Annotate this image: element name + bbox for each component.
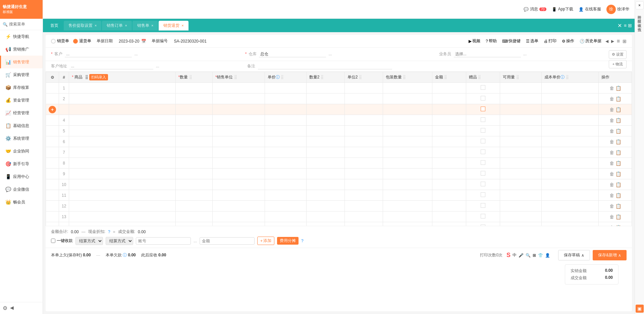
- list-view-icon[interactable]: ≡: [617, 38, 620, 44]
- copy-row[interactable]: 📋: [615, 214, 621, 219]
- prev-doc-icon[interactable]: ◀: [605, 39, 608, 44]
- row-amount-3[interactable]: [432, 104, 466, 115]
- copy-row[interactable]: 📋: [615, 171, 621, 177]
- row-product-2[interactable]: [69, 93, 175, 104]
- settlement-select[interactable]: 结算方式: [75, 237, 103, 245]
- logistics-button[interactable]: + 物流: [609, 60, 627, 68]
- radio-return-doc[interactable]: 退货单: [73, 38, 91, 44]
- copy-row[interactable]: 📋: [615, 203, 621, 209]
- row-amount-2[interactable]: [432, 93, 466, 104]
- sidebar-item-operations[interactable]: 📈 经营管理: [0, 107, 43, 119]
- delete-row[interactable]: 🗑: [609, 214, 614, 219]
- scan-button[interactable]: 扫码录入: [89, 74, 108, 80]
- topbar-user[interactable]: 徐 徐泽华: [606, 5, 629, 14]
- sidebar-item-inventory[interactable]: 📦 库存核算: [0, 81, 43, 94]
- tab-home[interactable]: 首页: [46, 21, 63, 30]
- row-available-1[interactable]: [500, 83, 542, 93]
- row-amount-1[interactable]: [432, 83, 466, 93]
- row-packqty-2[interactable]: [383, 93, 432, 104]
- sidebar-item-purchase[interactable]: 🛒 采购管理: [0, 68, 43, 81]
- settings-icon[interactable]: ⚙: [3, 305, 7, 311]
- sidebar-search[interactable]: 🔍 搜索菜单: [0, 19, 43, 30]
- sidebar-item-system[interactable]: ⚙️ 系统管理: [0, 132, 43, 145]
- row-add-btn[interactable]: +: [46, 104, 59, 115]
- bottom-icon-shirt[interactable]: 👕: [538, 253, 543, 258]
- row-qty2-2[interactable]: [306, 93, 344, 104]
- topbar-online-service[interactable]: 👤 在线客服: [579, 6, 601, 12]
- calendar-icon[interactable]: 📅: [141, 39, 146, 44]
- product-input-3[interactable]: [72, 107, 172, 112]
- fee-button[interactable]: 费用分摊: [277, 237, 299, 245]
- add-row-button[interactable]: +: [49, 106, 56, 113]
- row-product-1[interactable]: [69, 83, 175, 93]
- close-all-tabs[interactable]: ✕: [618, 22, 622, 29]
- sidebar-item-sales[interactable]: 📊 销售管理: [0, 56, 43, 68]
- right-panel-orange-btn[interactable]: ▣: [636, 305, 644, 313]
- customer-input[interactable]: [65, 51, 132, 57]
- delete-row[interactable]: 🗑: [609, 128, 614, 134]
- row-cost-1[interactable]: [542, 83, 599, 93]
- one-click-input[interactable]: [51, 239, 55, 243]
- copy-row[interactable]: 📋: [615, 118, 621, 123]
- toolbar-select[interactable]: ☰ 选单: [525, 38, 540, 45]
- copy-row[interactable]: 📋: [615, 128, 621, 134]
- setting-button[interactable]: ⚙ 设置: [609, 50, 627, 59]
- toolbar-history[interactable]: 🕐 历史单据: [578, 38, 603, 45]
- warehouse-dots[interactable]: ...: [328, 52, 332, 56]
- row-price-1[interactable]: [265, 83, 306, 93]
- delete-row[interactable]: 🗑: [609, 150, 614, 155]
- delete-row[interactable]: 🗑: [609, 182, 614, 187]
- bottom-icon-search[interactable]: 🔍: [526, 253, 531, 258]
- sidebar-item-marketing[interactable]: 📢 营销推广: [0, 43, 43, 56]
- delete-row[interactable]: 🗑: [609, 193, 614, 198]
- right-panel-search[interactable]: 查找: [637, 23, 642, 26]
- tab-close-icon[interactable]: ×: [151, 23, 153, 27]
- copy-row[interactable]: 📋: [615, 225, 621, 226]
- next-doc-icon[interactable]: ▶: [611, 39, 614, 44]
- row-packqty-3[interactable]: [383, 104, 432, 115]
- discount-help-icon[interactable]: ?: [108, 230, 110, 234]
- bottom-icon-person[interactable]: 👤: [545, 253, 550, 258]
- delete-row[interactable]: 🗑: [609, 203, 614, 209]
- delete-row-2[interactable]: 🗑: [609, 96, 614, 102]
- bottom-icon-mic[interactable]: 🎤: [519, 253, 524, 258]
- save-draft-button[interactable]: 保存草稿 ∧: [558, 250, 590, 260]
- delete-row[interactable]: 🗑: [609, 118, 614, 123]
- tab-close-icon[interactable]: ×: [181, 23, 183, 27]
- copy-row-2[interactable]: 📋: [615, 96, 621, 102]
- one-click-checkbox[interactable]: 一键收款: [51, 238, 73, 244]
- th-settings[interactable]: ⚙: [46, 72, 59, 83]
- row-cost-2[interactable]: [542, 93, 599, 104]
- copy-row[interactable]: 📋: [615, 139, 621, 144]
- delete-row-3[interactable]: 🗑: [609, 107, 614, 112]
- delete-row[interactable]: 🗑: [609, 161, 614, 166]
- salesman-dots[interactable]: ...: [523, 52, 527, 56]
- bottom-icon-s[interactable]: S: [506, 252, 511, 259]
- row-unit2-1[interactable]: [344, 83, 383, 93]
- toolbar-help[interactable]: ? 帮助: [484, 38, 498, 45]
- amount-input[interactable]: [200, 237, 255, 245]
- warehouse-input[interactable]: [259, 51, 326, 57]
- fee-help-icon[interactable]: ?: [301, 239, 304, 243]
- summary-select[interactable]: 结算方式: [106, 237, 133, 245]
- tab-sale-return[interactable]: 销货退货 ×: [159, 21, 188, 30]
- sidebar-item-newbie[interactable]: 🎯 新手引导: [0, 158, 43, 170]
- copy-row-3[interactable]: 📋: [615, 107, 621, 112]
- grid-view-icon[interactable]: ⊞: [623, 39, 627, 44]
- toolbar-print[interactable]: 🖨 打印: [542, 38, 558, 45]
- row-gift-2[interactable]: [466, 93, 500, 104]
- row-qty2-1[interactable]: [306, 83, 344, 93]
- tab-close-icon[interactable]: ×: [95, 23, 97, 27]
- addr-dots[interactable]: ...: [156, 64, 159, 68]
- delete-row[interactable]: 🗑: [609, 171, 614, 177]
- row-product-3[interactable]: [69, 104, 175, 115]
- tab-sale-order[interactable]: 销售订单 ×: [102, 21, 131, 30]
- row-price-3[interactable]: [265, 104, 306, 115]
- customer-dots[interactable]: ...: [135, 52, 138, 56]
- right-panel-favorite[interactable]: 收藏: [637, 19, 642, 22]
- row-gift-1[interactable]: [466, 83, 500, 93]
- row-qty-1[interactable]: [175, 83, 212, 93]
- row-qty-2[interactable]: [175, 93, 212, 104]
- tab-view-grid[interactable]: ⊞: [628, 23, 632, 28]
- account-dots[interactable]: ...: [194, 239, 197, 243]
